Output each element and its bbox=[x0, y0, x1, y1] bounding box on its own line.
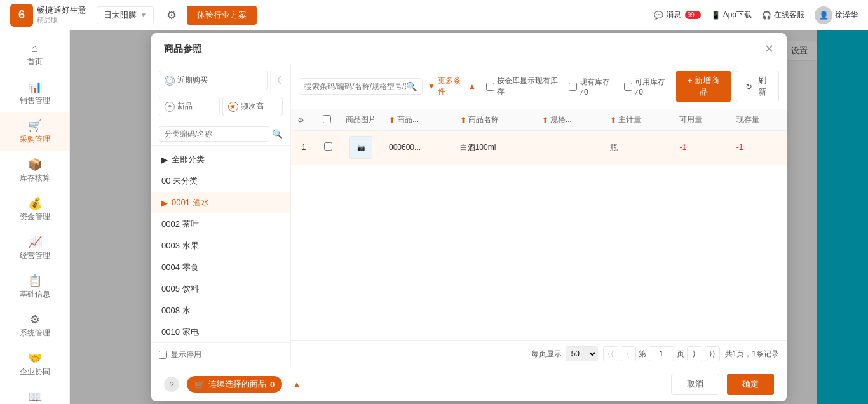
category-search-input[interactable] bbox=[159, 126, 269, 142]
category-0003[interactable]: 0003 水果 bbox=[151, 235, 290, 257]
chevron-up-icon: ▲ bbox=[468, 82, 476, 91]
expand-icon: ▶ bbox=[161, 155, 168, 165]
category-all[interactable]: ▶ 全部分类 bbox=[151, 149, 290, 170]
cart-badge[interactable]: 🛒 连续选择的商品 0 bbox=[187, 376, 282, 393]
new-products-button[interactable]: ✦ 新品 bbox=[159, 97, 220, 116]
logo-text: 畅捷通好生意 bbox=[37, 5, 86, 16]
category-0001[interactable]: ▶ 0001 酒水 bbox=[151, 192, 290, 213]
th-available[interactable]: 可用量 bbox=[673, 109, 729, 131]
check-usable-label[interactable]: 可用库存≠0 bbox=[624, 77, 671, 97]
inventory-icon: 📦 bbox=[28, 158, 42, 172]
first-page-button[interactable]: ⟨⟨ bbox=[603, 346, 618, 361]
th-image[interactable]: 商品图片 bbox=[339, 109, 383, 131]
close-button[interactable]: ✕ bbox=[764, 42, 774, 56]
category-0010[interactable]: 0010 家电 bbox=[151, 321, 290, 342]
show-disabled-checkbox[interactable] bbox=[159, 351, 167, 359]
product-search-input[interactable] bbox=[304, 82, 406, 91]
sidebar-item-inventory[interactable]: 📦 库存核算 bbox=[0, 151, 69, 190]
sort-icon-unit: ⬆ bbox=[610, 116, 616, 125]
check-usable-ne0[interactable] bbox=[624, 83, 632, 91]
category-search-icon[interactable]: 🔍 bbox=[272, 129, 283, 139]
row-checkbox[interactable] bbox=[324, 142, 332, 151]
collapse-left-button[interactable]: 《 bbox=[270, 71, 283, 90]
action-buttons: + 新增商品 ↻ 刷新 bbox=[676, 71, 779, 102]
table-header: ⚙ 商品图片 bbox=[291, 109, 787, 131]
td-name: 白酒100ml bbox=[454, 131, 536, 165]
check-warehouse-label[interactable]: 按仓库显示现有库存 bbox=[486, 76, 562, 97]
sidebar-item-finance[interactable]: 💰 资金管理 bbox=[0, 190, 69, 229]
th-name[interactable]: ⬆ 商品名称 bbox=[454, 109, 536, 131]
quick-btns: ✦ 新品 ★ 频次高 bbox=[151, 97, 290, 123]
sidebar-item-home[interactable]: ⌂ 首页 bbox=[0, 36, 69, 74]
message-icon: 💬 bbox=[654, 11, 663, 20]
sidebar-item-basic[interactable]: 📋 基础信息 bbox=[0, 267, 69, 306]
modal-title: 商品参照 bbox=[164, 43, 202, 55]
content-area: 查询 设置 刷新 商品参照 ✕ bbox=[70, 30, 868, 404]
messages-button[interactable]: 💬 消息 99+ bbox=[654, 10, 701, 20]
filter-icon: ▼ bbox=[428, 82, 435, 91]
category-00[interactable]: 00 未分类 bbox=[151, 170, 290, 192]
nav-selector[interactable]: 日太阳膜 ▼ bbox=[97, 6, 154, 24]
th-unit[interactable]: ⬆ 主计量 bbox=[604, 109, 674, 131]
add-product-button[interactable]: + 新增商品 bbox=[676, 71, 731, 102]
refresh-button[interactable]: ↻ 刷新 bbox=[736, 71, 779, 102]
cancel-button[interactable]: 取消 bbox=[671, 374, 719, 395]
category-0002[interactable]: 0002 茶叶 bbox=[151, 213, 290, 235]
app-download-button[interactable]: 📱 App下载 bbox=[711, 10, 752, 20]
th-settings[interactable]: ⚙ bbox=[291, 109, 316, 131]
sidebar-item-system[interactable]: ⚙ 系统管理 bbox=[0, 306, 69, 345]
modal-overlay: 商品参照 ✕ 🕐 近期购买 《 bbox=[70, 30, 868, 404]
category-0008[interactable]: 0008 水 bbox=[151, 300, 290, 321]
nav-right: 💬 消息 99+ 📱 App下载 🎧 在线客服 👤 徐泽华 bbox=[654, 6, 858, 24]
sidebar-item-sales[interactable]: 📊 销售管理 bbox=[0, 74, 69, 112]
td-image: 📷 bbox=[339, 131, 383, 165]
cart-icon: 🛒 bbox=[194, 380, 205, 389]
frequent-button[interactable]: ★ 频次高 bbox=[222, 97, 283, 116]
recent-icon: 🕐 bbox=[165, 76, 175, 86]
check-available-label[interactable]: 现有库存≠0 bbox=[569, 77, 616, 97]
filter-checkboxes: 按仓库显示现有库存 现有库存≠0 可用库存≠0 bbox=[486, 76, 671, 97]
sidebar-item-operations[interactable]: 📈 经营管理 bbox=[0, 229, 69, 267]
sidebar-item-guide[interactable]: 📖 新手引导 bbox=[0, 384, 69, 404]
frequent-icon: ★ bbox=[228, 102, 238, 112]
basic-info-icon: 📋 bbox=[28, 274, 42, 288]
avatar: 👤 bbox=[815, 6, 832, 24]
collapse-footer-button[interactable]: ▲ bbox=[292, 379, 301, 389]
phone-icon: 📱 bbox=[711, 11, 721, 20]
guide-icon: 📖 bbox=[28, 390, 42, 404]
product-search-icon[interactable]: 🔍 bbox=[406, 81, 417, 91]
sidebar-item-collab[interactable]: 🤝 企业协同 bbox=[0, 345, 69, 384]
last-page-button[interactable]: ⟩⟩ bbox=[705, 346, 720, 361]
th-checkbox[interactable] bbox=[316, 109, 339, 131]
check-available-ne0[interactable] bbox=[569, 83, 577, 91]
chevron-down-icon: ▼ bbox=[140, 11, 147, 18]
logo: 6 畅捷通好生意 精品版 bbox=[10, 4, 86, 27]
confirm-button[interactable]: 确定 bbox=[727, 374, 774, 395]
finance-icon: 💰 bbox=[28, 196, 42, 210]
per-page-select[interactable]: 50 100 200 bbox=[566, 346, 598, 361]
table-row[interactable]: 1 📷 000600... 白酒100ml bbox=[291, 131, 787, 165]
prev-page-button[interactable]: ⟨ bbox=[621, 346, 636, 361]
check-warehouse[interactable] bbox=[486, 83, 494, 91]
cta-button[interactable]: 体验行业方案 bbox=[187, 6, 257, 25]
total-records: 共1页，1条记录 bbox=[725, 349, 779, 360]
settings-icon[interactable]: ⚙ bbox=[161, 5, 182, 25]
modal-body: 🕐 近期购买 《 ✦ 新品 ★ 频次 bbox=[151, 64, 787, 367]
th-spec[interactable]: ⬆ 规格... bbox=[536, 109, 604, 131]
sidebar-item-purchase[interactable]: 🛒 采购管理 bbox=[0, 112, 69, 151]
help-button[interactable]: ? bbox=[164, 377, 179, 392]
th-stock[interactable]: 现存量 bbox=[730, 109, 787, 131]
recent-purchase-button[interactable]: 🕐 近期购买 bbox=[159, 71, 268, 90]
td-check[interactable] bbox=[316, 131, 339, 165]
more-conditions-button[interactable]: ▼ 更多条件 ▲ bbox=[428, 76, 476, 97]
online-service-button[interactable]: 🎧 在线客服 bbox=[762, 10, 804, 20]
select-all-checkbox[interactable] bbox=[323, 115, 331, 123]
cart-count: 0 bbox=[270, 380, 275, 389]
next-page-button[interactable]: ⟩ bbox=[687, 346, 702, 361]
th-code[interactable]: ⬆ 商品... bbox=[383, 109, 454, 131]
category-0004[interactable]: 0004 零食 bbox=[151, 257, 290, 278]
user-menu[interactable]: 👤 徐泽华 bbox=[815, 6, 858, 24]
product-reference-modal: 商品参照 ✕ 🕐 近期购买 《 bbox=[151, 33, 787, 401]
category-0005[interactable]: 0005 饮料 bbox=[151, 278, 290, 300]
page-number-input[interactable] bbox=[649, 346, 674, 361]
